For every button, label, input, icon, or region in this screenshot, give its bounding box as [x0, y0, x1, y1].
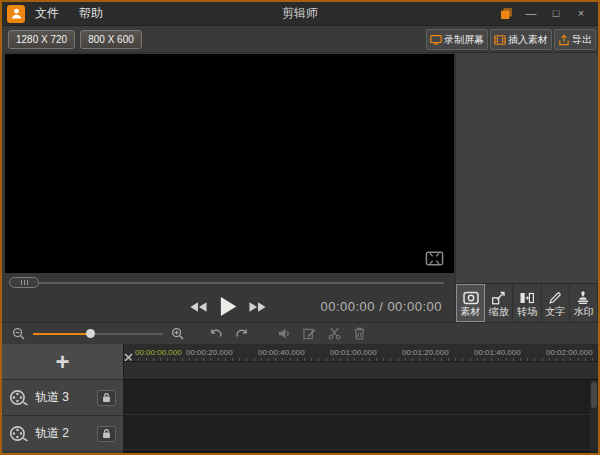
- app-window: 文件 帮助 剪辑师 — □ × 1280 X 720 800 X 600 录制屏…: [0, 0, 600, 455]
- timeline-lane-track3[interactable]: [124, 380, 598, 415]
- preview-column: 00:00:00 / 00:00:00: [2, 53, 454, 322]
- play-button[interactable]: [219, 295, 238, 318]
- lock-icon: [102, 428, 111, 439]
- seek-track[interactable]: [9, 282, 444, 284]
- minimize-button[interactable]: —: [522, 6, 540, 22]
- track-label: 轨道 3: [35, 389, 90, 406]
- media-panel-content: [456, 53, 598, 283]
- tab-scale[interactable]: 缩放: [485, 284, 513, 322]
- playhead-marker[interactable]: [124, 348, 133, 357]
- track-row-2[interactable]: 轨道 2: [2, 416, 123, 452]
- timeline-strip: [124, 362, 598, 380]
- watermark-icon: [575, 291, 591, 305]
- zoom-out-button[interactable]: [12, 327, 25, 340]
- video-preview: [5, 54, 454, 273]
- close-button[interactable]: ×: [572, 6, 590, 22]
- mute-button[interactable]: [278, 327, 291, 340]
- text-icon: [547, 291, 563, 305]
- titlebar: 文件 帮助 剪辑师 — □ ×: [2, 2, 598, 26]
- undo-button[interactable]: [210, 327, 223, 340]
- menu-help[interactable]: 帮助: [69, 2, 113, 26]
- edit-clip-button[interactable]: [303, 327, 316, 340]
- seek-handle[interactable]: [9, 277, 39, 288]
- tab-watermark[interactable]: 水印: [570, 284, 598, 322]
- window-controls: — □ ×: [497, 6, 598, 22]
- main-toolbar: 1280 X 720 800 X 600 录制屏幕 插入素材 导出: [2, 26, 598, 53]
- timeline: + 轨道 3 轨道 2 00:00:00.000: [2, 344, 598, 453]
- skin-restore-icon[interactable]: [497, 6, 515, 22]
- action-buttons: 录制屏幕 插入素材 导出: [426, 29, 596, 50]
- ruler-label: 00:00:20.000: [186, 348, 233, 357]
- ruler-label: 00:00:00.000: [135, 348, 182, 357]
- insert-media-icon: [494, 34, 506, 46]
- menu-file[interactable]: 文件: [25, 2, 69, 26]
- screen-record-icon: [430, 34, 442, 46]
- ruler-label: 00:01:20.000: [402, 348, 449, 357]
- cut-button[interactable]: [328, 327, 341, 340]
- ruler-label: 00:02:00.000: [546, 348, 593, 357]
- seek-bar[interactable]: [2, 275, 454, 291]
- zoom-slider-handle[interactable]: [86, 329, 95, 338]
- delete-button[interactable]: [353, 327, 366, 340]
- export-icon: [558, 34, 570, 46]
- panel-tabs: 素材 缩放 转场 文字 水印: [456, 283, 598, 322]
- time-display: 00:00:00 / 00:00:00: [320, 291, 442, 322]
- media-panel: 素材 缩放 转场 文字 水印: [456, 53, 598, 322]
- fast-forward-button[interactable]: [249, 301, 268, 313]
- rewind-button[interactable]: [189, 301, 208, 313]
- fit-screen-icon[interactable]: [425, 251, 444, 266]
- scrollbar-thumb[interactable]: [591, 382, 597, 408]
- lock-track-button[interactable]: [97, 426, 116, 442]
- timeline-zoom-slider[interactable]: [33, 328, 163, 340]
- timeline-toolbar: [2, 322, 598, 344]
- maximize-button[interactable]: □: [547, 6, 565, 22]
- track-label: 轨道 2: [35, 425, 90, 442]
- track-row-3[interactable]: 轨道 3: [2, 380, 123, 416]
- transport-controls: 00:00:00 / 00:00:00: [2, 291, 454, 322]
- timeline-lane-track2[interactable]: [124, 415, 598, 450]
- media-library-icon: [463, 291, 479, 305]
- ruler-ticks: [124, 358, 598, 361]
- resolution-1280x720-button[interactable]: 1280 X 720: [8, 30, 75, 49]
- ruler-label: 00:01:00.000: [330, 348, 377, 357]
- resolution-buttons: 1280 X 720 800 X 600: [8, 30, 142, 49]
- insert-media-button[interactable]: 插入素材: [490, 29, 552, 50]
- record-screen-button[interactable]: 录制屏幕: [426, 29, 488, 50]
- ruler-label: 00:01:40.000: [474, 348, 521, 357]
- timeline-ruler[interactable]: 00:00:00.000 00:00:20.000 00:00:40.000 0…: [124, 344, 598, 362]
- scale-icon: [491, 291, 507, 305]
- track-header-panel: + 轨道 3 轨道 2: [2, 344, 124, 453]
- resolution-800x600-button[interactable]: 800 X 600: [80, 30, 142, 49]
- export-button[interactable]: 导出: [554, 29, 596, 50]
- timeline-vertical-scrollbar[interactable]: [590, 380, 598, 452]
- timeline-lanes[interactable]: [124, 380, 598, 452]
- transition-icon: [519, 291, 535, 305]
- tab-media[interactable]: 素材: [456, 284, 485, 322]
- film-reel-icon: [9, 425, 28, 442]
- redo-button[interactable]: [235, 327, 248, 340]
- timeline-area: 00:00:00.000 00:00:20.000 00:00:40.000 0…: [124, 344, 598, 453]
- film-reel-icon: [9, 389, 28, 406]
- lock-icon: [102, 392, 111, 403]
- lock-track-button[interactable]: [97, 390, 116, 406]
- ruler-label: 00:00:40.000: [258, 348, 305, 357]
- zoom-in-button[interactable]: [171, 327, 184, 340]
- tab-text[interactable]: 文字: [542, 284, 570, 322]
- add-track-button[interactable]: +: [2, 344, 123, 380]
- tab-transition[interactable]: 转场: [513, 284, 541, 322]
- app-logo-icon: [7, 5, 25, 23]
